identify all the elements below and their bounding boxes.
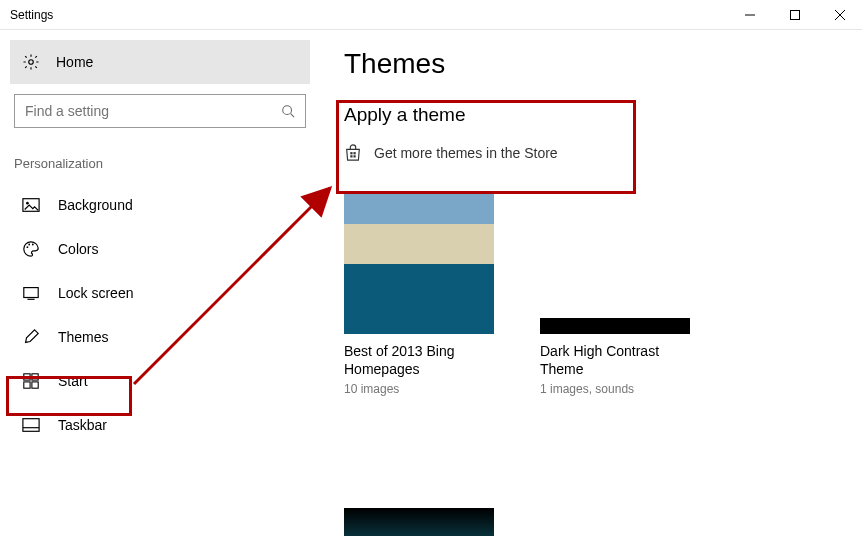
theme-title: Best of 2013 Bing Homepages bbox=[344, 342, 504, 378]
svg-point-11 bbox=[32, 244, 34, 246]
sidebar-item-taskbar[interactable]: Taskbar bbox=[14, 403, 306, 447]
sidebar-item-lock-screen[interactable]: Lock screen bbox=[14, 271, 306, 315]
sidebar-item-label: Background bbox=[58, 197, 133, 213]
maximize-icon bbox=[789, 9, 801, 21]
minimize-icon bbox=[744, 9, 756, 21]
sidebar-item-start[interactable]: Start bbox=[14, 359, 306, 403]
svg-rect-1 bbox=[790, 11, 799, 20]
sidebar-item-label: Themes bbox=[58, 329, 109, 345]
gear-icon bbox=[22, 53, 40, 71]
svg-rect-18 bbox=[23, 419, 39, 432]
theme-tile[interactable]: Dark High Contrast Theme 1 images, sound… bbox=[540, 194, 700, 396]
svg-point-5 bbox=[283, 106, 292, 115]
svg-line-6 bbox=[291, 114, 295, 118]
close-icon bbox=[834, 9, 846, 21]
picture-icon bbox=[22, 196, 40, 214]
theme-subtitle: 1 images, sounds bbox=[540, 382, 700, 396]
sidebar-item-colors[interactable]: Colors bbox=[14, 227, 306, 271]
brush-icon bbox=[22, 328, 40, 346]
title-bar: Settings bbox=[0, 0, 862, 30]
svg-rect-21 bbox=[353, 152, 355, 154]
svg-rect-14 bbox=[24, 374, 30, 380]
sidebar-item-background[interactable]: Background bbox=[14, 183, 306, 227]
store-bag-icon bbox=[344, 144, 362, 162]
apply-theme-heading: Apply a theme bbox=[344, 104, 838, 126]
svg-rect-22 bbox=[350, 155, 352, 157]
search-input[interactable] bbox=[25, 103, 281, 119]
store-link-label: Get more themes in the Store bbox=[374, 145, 558, 161]
svg-rect-20 bbox=[350, 152, 352, 154]
nav-list: Background Colors Lock screen Themes Sta… bbox=[14, 183, 306, 447]
theme-tile[interactable]: Best of 2013 Bing Homepages 10 images bbox=[344, 194, 504, 396]
apply-theme-section: Apply a theme Get more themes in the Sto… bbox=[344, 98, 838, 172]
sidebar-item-label: Colors bbox=[58, 241, 98, 257]
search-icon bbox=[281, 104, 295, 118]
svg-rect-23 bbox=[353, 155, 355, 157]
sidebar-item-label: Taskbar bbox=[58, 417, 107, 433]
main-content: Themes Apply a theme Get more themes in … bbox=[320, 30, 862, 536]
theme-subtitle: 10 images bbox=[344, 382, 504, 396]
svg-rect-12 bbox=[24, 288, 38, 298]
store-link[interactable]: Get more themes in the Store bbox=[344, 144, 838, 162]
window-title: Settings bbox=[10, 8, 53, 22]
themes-grid: Best of 2013 Bing Homepages 10 images Da… bbox=[344, 194, 838, 396]
sidebar-item-themes[interactable]: Themes bbox=[14, 315, 306, 359]
sidebar: Home Personalization Background Colors L… bbox=[0, 30, 320, 536]
start-icon bbox=[22, 372, 40, 390]
close-button[interactable] bbox=[817, 0, 862, 30]
svg-rect-17 bbox=[32, 382, 38, 388]
theme-title: Dark High Contrast Theme bbox=[540, 342, 700, 378]
sidebar-item-label: Lock screen bbox=[58, 285, 133, 301]
svg-rect-15 bbox=[32, 374, 38, 380]
sidebar-item-label: Start bbox=[58, 373, 88, 389]
theme-thumbnail-partial bbox=[344, 508, 494, 536]
home-label: Home bbox=[56, 54, 93, 70]
section-header: Personalization bbox=[14, 156, 306, 171]
svg-point-8 bbox=[26, 202, 29, 205]
search-box[interactable] bbox=[14, 94, 306, 128]
palette-icon bbox=[22, 240, 40, 258]
theme-thumbnail bbox=[540, 194, 690, 334]
svg-point-4 bbox=[29, 60, 34, 65]
page-title: Themes bbox=[344, 48, 838, 80]
window-controls bbox=[727, 0, 862, 30]
taskbar-icon bbox=[22, 416, 40, 434]
svg-point-10 bbox=[28, 244, 30, 246]
lock-screen-icon bbox=[22, 284, 40, 302]
theme-thumbnail bbox=[344, 194, 494, 334]
svg-rect-16 bbox=[24, 382, 30, 388]
svg-point-9 bbox=[27, 246, 29, 248]
maximize-button[interactable] bbox=[772, 0, 817, 30]
minimize-button[interactable] bbox=[727, 0, 772, 30]
home-button[interactable]: Home bbox=[10, 40, 310, 84]
